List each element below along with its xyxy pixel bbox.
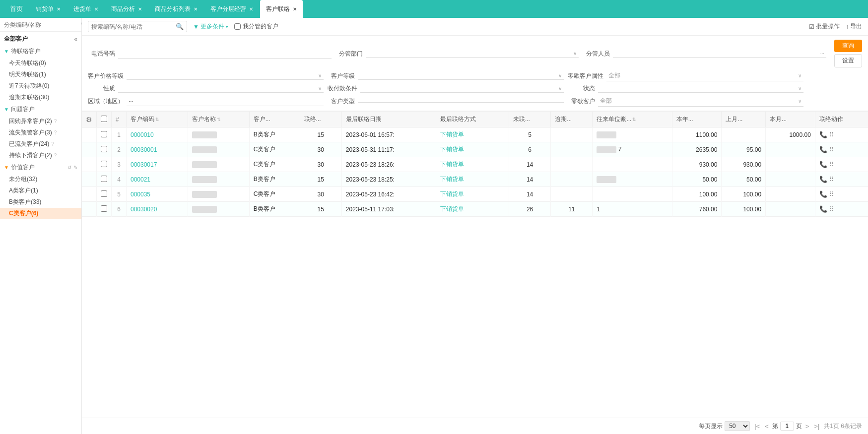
row-checkbox[interactable] xyxy=(101,161,107,167)
filter-region-more[interactable]: ··· xyxy=(127,97,324,106)
td-last-method[interactable]: 下销货单 xyxy=(436,127,509,142)
grid-icon[interactable]: ⠿ xyxy=(829,190,834,198)
close-icon[interactable]: ✕ xyxy=(138,6,142,12)
filter-payment-select[interactable]: ∨ xyxy=(360,85,563,93)
edit-icon[interactable]: ✎ xyxy=(73,165,77,170)
sidebar-item-pending-0[interactable]: 今天待联络(0) xyxy=(0,58,81,69)
sidebar-search-input[interactable] xyxy=(4,21,78,28)
filter-phone-input[interactable] xyxy=(118,49,332,59)
sidebar-item-value-2[interactable]: B类客户(33) xyxy=(0,196,81,208)
method-link[interactable]: 下销货单 xyxy=(440,131,464,138)
more-filter-button[interactable]: ▼ 更多条件 ▾ xyxy=(193,22,228,31)
td-check[interactable] xyxy=(97,157,112,172)
td-code[interactable]: 0000010 xyxy=(127,127,188,142)
nav-tab-0[interactable]: 销货单 ✕ xyxy=(30,0,67,18)
sidebar-item-value-1[interactable]: A类客户(1) xyxy=(0,185,81,196)
method-link[interactable]: 下销货单 xyxy=(440,205,464,212)
filter-status-select[interactable]: ∨ xyxy=(598,85,803,93)
filter-customer-grade-select[interactable]: ∨ xyxy=(127,72,324,80)
grid-icon[interactable]: ⠿ xyxy=(829,176,834,183)
nav-home[interactable]: 首页 xyxy=(4,0,29,18)
phone-icon[interactable]: 📞 xyxy=(819,161,827,168)
td-last-method[interactable]: 下销货单 xyxy=(436,202,509,217)
method-link[interactable]: 下销货单 xyxy=(440,176,464,183)
row-checkbox[interactable] xyxy=(101,190,107,197)
td-check[interactable] xyxy=(97,187,112,202)
last-page-button[interactable]: >| xyxy=(812,422,821,431)
my-customers-checkbox[interactable] xyxy=(234,23,241,30)
method-link[interactable]: 下销货单 xyxy=(440,190,464,197)
search-icon[interactable]: 🔍 xyxy=(176,23,184,30)
td-code[interactable]: 000035 xyxy=(127,187,188,202)
row-checkbox[interactable] xyxy=(101,205,107,212)
select-all-checkbox[interactable] xyxy=(101,116,107,122)
close-icon[interactable]: ✕ xyxy=(293,6,297,12)
close-icon[interactable]: ✕ xyxy=(194,6,198,12)
td-check[interactable] xyxy=(97,142,112,157)
collapse-icon[interactable]: « xyxy=(74,36,77,43)
td-check[interactable] xyxy=(97,127,112,142)
search-input[interactable] xyxy=(91,23,174,30)
sidebar-item-value-0[interactable]: 未分组(32) xyxy=(0,174,81,185)
settings-gear-icon[interactable]: ⚙ xyxy=(86,116,92,124)
nav-tab-1[interactable]: 进货单 ✕ xyxy=(67,0,104,18)
td-code[interactable]: 00030017 xyxy=(127,157,188,172)
grid-icon[interactable]: ⠿ xyxy=(829,146,834,153)
grid-icon[interactable]: ⠿ xyxy=(829,161,834,168)
sidebar-item-value-3[interactable]: C类客户(6) xyxy=(0,208,81,219)
td-last-method[interactable]: 下销货单 xyxy=(436,142,509,157)
filter-nature-select[interactable]: ∨ xyxy=(118,85,324,93)
bulk-ops-button[interactable]: ☑ 批量操作 xyxy=(809,22,840,31)
sidebar-item-problem-0[interactable]: 回购异常客户(2) ? xyxy=(0,116,81,127)
td-last-method[interactable]: 下销货单 xyxy=(436,187,509,202)
phone-icon[interactable]: 📞 xyxy=(819,176,827,183)
phone-icon[interactable]: 📞 xyxy=(819,190,827,198)
td-code[interactable]: 00030001 xyxy=(127,142,188,157)
first-page-button[interactable]: |< xyxy=(753,422,761,431)
sidebar-item-pending-1[interactable]: 明天待联络(1) xyxy=(0,69,81,80)
settings-button[interactable]: 设置 xyxy=(834,54,862,67)
phone-icon[interactable]: 📞 xyxy=(819,146,827,153)
filter-person-select[interactable]: ··· xyxy=(613,50,826,58)
close-icon[interactable]: ✕ xyxy=(94,6,98,12)
per-page-select[interactable]: 50 100 200 xyxy=(725,421,750,431)
td-check[interactable] xyxy=(97,172,112,187)
search-input-wrap[interactable]: 🔍 xyxy=(88,21,187,32)
sidebar-item-problem-2[interactable]: 已流失客户(24) ? xyxy=(0,138,81,150)
td-last-method[interactable]: 下销货单 xyxy=(436,172,509,187)
filter-retail-attr-select[interactable]: 全部 ∨ xyxy=(606,70,803,81)
row-checkbox[interactable] xyxy=(101,146,107,152)
filter-dept-select[interactable]: ∨ xyxy=(366,50,579,58)
phone-icon[interactable]: 📞 xyxy=(819,205,827,213)
sidebar-value-group[interactable]: ▼ 价值客户 ↺ ✎ xyxy=(0,161,81,174)
sidebar-item-pending-3[interactable]: 逾期未联络(30) xyxy=(0,92,81,103)
refresh-icon[interactable]: ↺ xyxy=(67,165,71,170)
grid-icon[interactable]: ⠿ xyxy=(829,131,834,138)
sidebar-problem-group[interactable]: ▼ 问题客户 xyxy=(0,103,81,116)
grid-icon[interactable]: ⠿ xyxy=(829,205,834,213)
page-number-input[interactable] xyxy=(780,422,794,431)
next-page-button[interactable]: > xyxy=(804,422,811,431)
close-icon[interactable]: ✕ xyxy=(57,6,61,12)
filter-customer-level-select[interactable]: ∨ xyxy=(358,72,563,80)
phone-icon[interactable]: 📞 xyxy=(819,131,827,138)
td-code[interactable]: 00030020 xyxy=(127,202,188,217)
nav-tab-5[interactable]: 客户联络 ✕ xyxy=(260,0,303,18)
filter-customer-type-select[interactable] xyxy=(358,100,563,103)
sidebar-item-problem-3[interactable]: 持续下滑客户(2) ? xyxy=(0,150,81,161)
row-checkbox[interactable] xyxy=(101,131,107,137)
filter-retail-customer-select[interactable]: 全部 ∨ xyxy=(598,96,803,107)
nav-tab-2[interactable]: 商品分析 ✕ xyxy=(105,0,148,18)
td-code[interactable]: 000021 xyxy=(127,172,188,187)
td-last-method[interactable]: 下销货单 xyxy=(436,157,509,172)
nav-tab-4[interactable]: 客户分层经营 ✕ xyxy=(204,0,259,18)
method-link[interactable]: 下销货单 xyxy=(440,146,464,153)
sidebar-all-customers[interactable]: 全部客户 « xyxy=(0,32,81,45)
sidebar-item-problem-1[interactable]: 流失预警客户(3) ? xyxy=(0,127,81,138)
row-checkbox[interactable] xyxy=(101,176,107,182)
sidebar-item-pending-2[interactable]: 近7天待联络(0) xyxy=(0,80,81,92)
prev-page-button[interactable]: < xyxy=(763,422,770,431)
td-check[interactable] xyxy=(97,202,112,217)
method-link[interactable]: 下销货单 xyxy=(440,161,464,168)
sidebar-pending-group[interactable]: ▼ 待联络客户 xyxy=(0,45,81,58)
